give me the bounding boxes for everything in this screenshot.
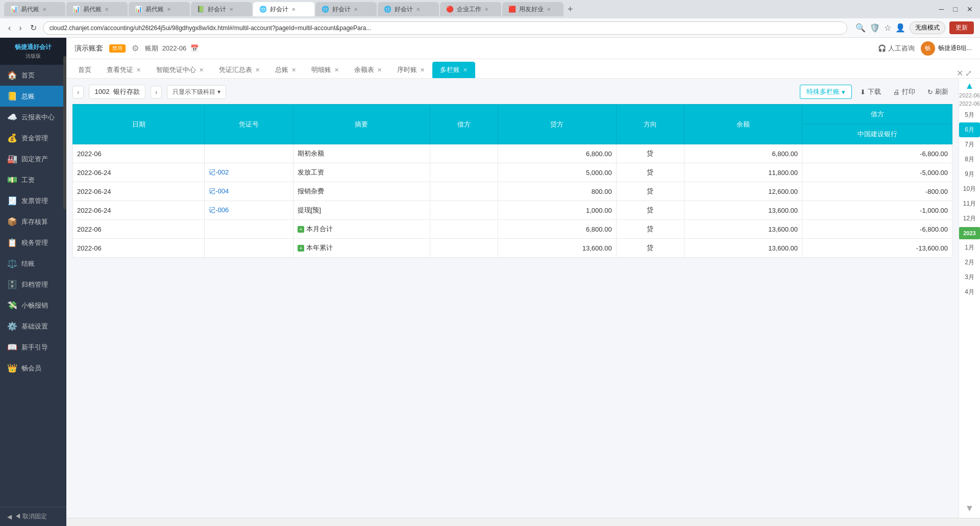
refresh-button[interactable]: ↻ 刷新: [923, 85, 952, 98]
month-december[interactable]: 12月: [959, 211, 980, 226]
browser-tab-6[interactable]: 🌐好会计✕: [315, 2, 377, 16]
tab-close-3[interactable]: ✕: [167, 7, 171, 12]
sidebar-item-settings[interactable]: ⚙️ 基础设置: [0, 316, 66, 337]
address-input[interactable]: [43, 21, 847, 35]
sidebar-item-guide[interactable]: 📖 新手引导: [0, 337, 66, 358]
tab-multi-column[interactable]: 多栏账 ✕: [432, 62, 475, 78]
calendar-icon[interactable]: 📅: [190, 44, 199, 52]
sidebar-item-home[interactable]: 🏠 首页: [0, 65, 66, 86]
tab-close-4[interactable]: ✕: [229, 7, 233, 12]
tab-close-5[interactable]: ✕: [291, 7, 296, 12]
expand-panel-btn[interactable]: ⤢: [965, 68, 972, 78]
filter-subcategory-button[interactable]: 只显示下级科目 ▾: [167, 85, 226, 99]
maximize-button[interactable]: □: [950, 4, 961, 14]
tab-close-voucher-summary[interactable]: ✕: [255, 67, 260, 73]
sidebar-item-tax[interactable]: 📋 税务管理: [0, 232, 66, 253]
sidebar-item-payroll[interactable]: 💵 工资: [0, 169, 66, 190]
update-button[interactable]: 更新: [949, 21, 974, 34]
sidebar-item-fund[interactable]: 💰 资金管理: [0, 128, 66, 148]
next-account-button[interactable]: ›: [151, 86, 162, 98]
month-may[interactable]: 5月: [959, 108, 980, 122]
forward-button[interactable]: ›: [17, 21, 23, 35]
tab-close-1[interactable]: ✕: [42, 7, 46, 12]
wuhen-button[interactable]: 无痕模式: [910, 21, 945, 34]
month-september[interactable]: 9月: [959, 167, 980, 182]
tab-general-ledger[interactable]: 总账 ✕: [267, 62, 304, 78]
close-button[interactable]: ✕: [964, 4, 976, 14]
reload-button[interactable]: ↻: [28, 21, 39, 35]
tab-view-voucher[interactable]: 查看凭证 ✕: [99, 62, 149, 78]
month-jan-2023[interactable]: 1月: [959, 240, 980, 255]
browser-tab-3[interactable]: 📊易代账✕: [129, 2, 190, 16]
star-icon[interactable]: ☆: [884, 23, 891, 33]
sidebar-item-archive[interactable]: 🗄️ 归档管理: [0, 274, 66, 295]
cancel-fixed-button[interactable]: ◀ ◀ 取消固定: [0, 507, 66, 526]
horizontal-scrollbar[interactable]: [66, 518, 980, 526]
back-button[interactable]: ‹: [6, 21, 13, 35]
profile-icon[interactable]: 👤: [895, 23, 905, 33]
scroll-down-button[interactable]: ▼: [965, 503, 974, 514]
browser-tab-7[interactable]: 🌐好会计✕: [378, 2, 439, 16]
month-october[interactable]: 10月: [959, 182, 980, 196]
tab-close-view-voucher[interactable]: ✕: [136, 67, 141, 73]
voucher-link[interactable]: 记-006: [209, 206, 229, 214]
minimize-button[interactable]: ─: [936, 4, 947, 14]
voucher-link[interactable]: 记-004: [209, 187, 229, 195]
sidebar-item-ledger[interactable]: 📒 总账: [0, 86, 66, 107]
tab-detail-ledger[interactable]: 明细账 ✕: [304, 62, 347, 78]
tab-close-2[interactable]: ✕: [105, 7, 109, 12]
tab-close-general-ledger[interactable]: ✕: [291, 67, 296, 73]
month-august[interactable]: 8月: [959, 152, 980, 167]
tab-close-balance[interactable]: ✕: [377, 67, 382, 73]
print-button[interactable]: 🖨 打印: [889, 85, 919, 98]
browser-tab-8[interactable]: 🔴企业工作✕: [440, 2, 501, 16]
account-selector[interactable]: 1002 银行存款: [89, 85, 145, 99]
voucher-link[interactable]: 记-002: [209, 168, 229, 176]
tab-close-9[interactable]: ✕: [547, 7, 551, 12]
shield-icon[interactable]: 🛡️: [870, 23, 880, 33]
tab-close-journal[interactable]: ✕: [420, 67, 425, 73]
help-button[interactable]: 🎧 人工咨询: [878, 44, 915, 53]
sidebar-item-inventory[interactable]: 📦 库存核算: [0, 211, 66, 232]
close-panel-btn[interactable]: ✕: [957, 68, 963, 78]
user-avatar[interactable]: 畅: [921, 41, 935, 56]
month-feb-2023[interactable]: 2月: [959, 255, 980, 270]
sidebar-item-invoice[interactable]: 🧾 发票管理: [0, 190, 66, 211]
special-multi-column-button[interactable]: 特殊多栏账 ▾: [800, 85, 852, 99]
tab-close-detail-ledger[interactable]: ✕: [334, 67, 339, 73]
tab-close-smart-voucher[interactable]: ✕: [199, 67, 204, 73]
month-november[interactable]: 11月: [959, 196, 980, 211]
month-mar-2023[interactable]: 3月: [959, 270, 980, 285]
browser-tab-9[interactable]: 🟥用友好业✕: [502, 2, 564, 16]
search-icon[interactable]: 🔍: [855, 23, 866, 33]
settings-gear-icon[interactable]: ⚙: [132, 43, 139, 53]
tab-balance[interactable]: 余额表 ✕: [347, 62, 389, 78]
tab-home[interactable]: 首页: [70, 62, 99, 78]
tab-close-multi-column[interactable]: ✕: [463, 67, 468, 73]
tab-close-7[interactable]: ✕: [416, 7, 420, 12]
new-tab-button[interactable]: +: [565, 4, 576, 15]
sidebar-item-assets[interactable]: 🏭 固定资产: [0, 148, 66, 169]
cell-balance: 13,600.00: [684, 239, 802, 258]
tab-journal[interactable]: 序时账 ✕: [389, 62, 432, 78]
month-apr-2023[interactable]: 4月: [959, 285, 980, 299]
browser-tab-2[interactable]: 📊易代账✕: [66, 2, 128, 16]
browser-tab-5[interactable]: 🌐好会计✕: [253, 2, 314, 16]
sidebar-item-cloud[interactable]: ☁️ 云报表中心: [0, 107, 66, 128]
browser-tab-4[interactable]: 📗好会计✕: [191, 2, 252, 16]
download-button[interactable]: ⬇ 下载: [856, 85, 885, 98]
scroll-up-button[interactable]: ▲: [965, 81, 974, 91]
tab-close-8[interactable]: ✕: [484, 7, 488, 12]
tab-voucher-summary[interactable]: 凭证汇总表 ✕: [211, 62, 267, 78]
sidebar-item-member[interactable]: 👑 畅会员: [0, 358, 66, 379]
sidebar-item-expense[interactable]: 💸 小畅报销: [0, 295, 66, 316]
tab-smart-voucher[interactable]: 智能凭证中心 ✕: [149, 62, 211, 78]
sidebar-item-close[interactable]: ⚖️ 结账: [0, 253, 66, 274]
expense-icon: 💸: [7, 300, 17, 310]
month-july[interactable]: 7月: [959, 137, 980, 152]
month-june[interactable]: 6月: [959, 122, 980, 137]
tab-close-6[interactable]: ✕: [354, 7, 358, 12]
browser-tab-1[interactable]: 📊易代账✕: [4, 2, 65, 16]
multi-column-ledger: ‹ 1002 银行存款 › 只显示下级科目 ▾ 特殊多栏账 ▾: [66, 79, 959, 518]
prev-account-button[interactable]: ‹: [72, 86, 84, 98]
